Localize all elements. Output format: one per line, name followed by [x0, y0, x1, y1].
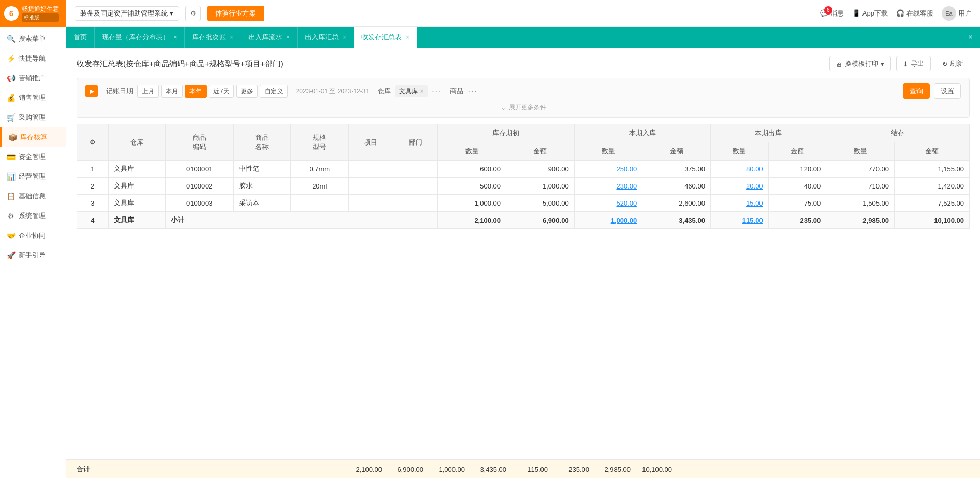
- row-code-0: 0100001: [165, 161, 233, 178]
- subtotal-out-qty[interactable]: 115.00: [710, 212, 768, 229]
- row-out-qty-1[interactable]: 20.00: [710, 178, 768, 195]
- row-name-2: 采访本: [233, 195, 290, 212]
- online-service-label: 在线客服: [906, 9, 933, 18]
- sidebar-item-search[interactable]: 🔍搜索菜单: [0, 29, 66, 49]
- subtotal-out-amt: 235.00: [768, 212, 826, 229]
- system-name: 装备及固定资产辅助管理系统: [80, 9, 168, 18]
- phone-icon: 📱: [852, 9, 860, 17]
- top-header: 装备及固定资产辅助管理系统 ▾ ⚙ 体验行业方案 💬 6 消息 📱 App下载 …: [66, 0, 980, 27]
- sidebar-item-quick-nav[interactable]: ⚡快捷导航: [0, 49, 66, 68]
- sidebar-item-inventory[interactable]: 📦库存核算: [0, 127, 66, 147]
- row-balance-qty-0: 770.00: [826, 161, 895, 178]
- warehouse-filter-dots[interactable]: ···: [432, 86, 442, 96]
- spec-col-header: 规格型号: [290, 124, 348, 161]
- settings-col-header[interactable]: ⚙: [77, 124, 109, 161]
- sidebar-item-enterprise[interactable]: 🤝企业协同: [0, 226, 66, 245]
- row-opening-qty-2: 1,000.00: [438, 195, 506, 212]
- goods-filter-dots[interactable]: ···: [467, 86, 477, 96]
- tab-inventory-dist[interactable]: 现存量（库存分布表）×: [95, 27, 185, 48]
- tab-close-in-out-flow[interactable]: ×: [286, 34, 290, 41]
- footer-total-row: 合计 2,100.00 6,900.00 1,000.00 3,435.00 1…: [66, 459, 980, 478]
- sidebar-label-marketing: 营销推广: [19, 74, 46, 83]
- sidebar-item-guide[interactable]: 🚀新手引导: [0, 245, 66, 265]
- project-col-header: 项目: [348, 124, 393, 161]
- row-opening-amt-1: 1,000.00: [506, 178, 574, 195]
- date-this-year-button[interactable]: 本年: [185, 85, 207, 98]
- printer-icon: 🖨: [836, 60, 843, 68]
- tab-close-in-out-summary[interactable]: ×: [343, 34, 346, 41]
- date-last-month-button[interactable]: 上月: [137, 85, 159, 98]
- quick-nav-icon: ⚡: [6, 54, 16, 63]
- row-out-qty-2[interactable]: 15.00: [710, 195, 768, 212]
- row-code-2: 0100003: [165, 195, 233, 212]
- row-in-amt-2: 2,600.00: [642, 195, 711, 212]
- sidebar-label-search: 搜索菜单: [19, 34, 46, 44]
- total-opening-qty: 2,100.00: [346, 466, 387, 473]
- subtotal-in-qty[interactable]: 1,000.00: [574, 212, 642, 229]
- row-in-qty-0[interactable]: 250.00: [574, 161, 642, 178]
- tab-close-receive-send[interactable]: ×: [406, 34, 409, 41]
- close-all-tabs-button[interactable]: ×: [961, 33, 980, 42]
- settings-button[interactable]: ⚙: [185, 6, 201, 21]
- warehouse-tag-close-icon[interactable]: ×: [420, 88, 423, 95]
- sidebar-item-basic-info[interactable]: 📋基础信息: [0, 186, 66, 206]
- tab-in-out-flow[interactable]: 出入库流水×: [241, 27, 298, 48]
- warehouse-filter-group: 仓库 文具库 × ···: [377, 85, 442, 97]
- date-range-display: 2023-01-01 至 2023-12-31: [296, 87, 369, 96]
- row-opening-qty-0: 600.00: [438, 161, 506, 178]
- sidebar-item-purchase[interactable]: 🛒采购管理: [0, 108, 66, 127]
- tab-close-batch[interactable]: ×: [230, 34, 233, 41]
- tab-label-inventory-dist: 现存量（库存分布表）: [102, 33, 169, 42]
- filter-settings-button[interactable]: 设置: [934, 83, 961, 99]
- sidebar-label-purchase: 采购管理: [19, 113, 46, 122]
- row-in-qty-1[interactable]: 230.00: [574, 178, 642, 195]
- subtotal-num: 4: [77, 212, 109, 229]
- sidebar-item-operations[interactable]: 📊经营管理: [0, 167, 66, 186]
- tab-label-receive-send: 收发存汇总表: [361, 33, 402, 42]
- messages-item[interactable]: 💬 6 消息: [820, 9, 844, 18]
- filter-expand-button[interactable]: ▶: [85, 85, 98, 97]
- online-service-item[interactable]: 🎧 在线客服: [896, 9, 933, 18]
- tab-home[interactable]: 首页: [66, 27, 95, 48]
- print-template-button[interactable]: 🖨 换模板打印 ▾: [829, 56, 891, 71]
- sidebar-item-marketing[interactable]: 📢营销推广: [0, 68, 66, 88]
- total-in-amt: 3,435.00: [470, 466, 511, 473]
- row-dept-2: [393, 195, 437, 212]
- warehouse-tag-text: 文具库: [399, 87, 418, 96]
- export-button[interactable]: ⬇ 导出: [896, 56, 931, 71]
- user-item[interactable]: Ea 用户: [942, 6, 972, 21]
- total-in-qty: 1,000.00: [429, 466, 470, 473]
- tab-batch[interactable]: 库存批次账×: [185, 27, 241, 48]
- chevron-down-icon: ▾: [881, 60, 884, 68]
- tab-close-inventory-dist[interactable]: ×: [173, 34, 177, 41]
- date-this-month-button[interactable]: 本月: [161, 85, 183, 98]
- row-in-qty-2[interactable]: 520.00: [574, 195, 642, 212]
- sidebar-label-system: 系统管理: [19, 211, 46, 221]
- refresh-button[interactable]: ↻ 刷新: [936, 56, 970, 71]
- sidebar-item-finance[interactable]: 💳资金管理: [0, 147, 66, 167]
- query-button[interactable]: 查询: [903, 83, 930, 99]
- row-project-1: [348, 178, 393, 195]
- app-download-item[interactable]: 📱 App下载: [852, 9, 888, 18]
- expand-more-row[interactable]: ⌄ 展开更多条件: [85, 103, 961, 112]
- sidebar-item-system[interactable]: ⚙系统管理: [0, 206, 66, 226]
- sidebar-item-sales[interactable]: 💰销售管理: [0, 88, 66, 108]
- row-balance-qty-2: 1,505.00: [826, 195, 895, 212]
- system-selector[interactable]: 装备及固定资产辅助管理系统 ▾: [75, 6, 179, 21]
- date-more-button[interactable]: 更多: [236, 85, 258, 98]
- row-out-qty-0[interactable]: 80.00: [710, 161, 768, 178]
- subtotal-opening-amt: 6,900.00: [506, 212, 574, 229]
- date-7days-button[interactable]: 近7天: [209, 85, 234, 98]
- try-industry-button[interactable]: 体验行业方案: [207, 6, 264, 21]
- sidebar-label-inventory: 库存核算: [20, 133, 47, 142]
- row-opening-qty-1: 500.00: [438, 178, 506, 195]
- app-download-label: App下载: [862, 9, 888, 18]
- date-custom-button[interactable]: 自定义: [260, 85, 288, 98]
- date-buttons: 上月 本月 本年 近7天 更多 自定义: [137, 85, 288, 98]
- warehouse-filter-tag[interactable]: 文具库 ×: [395, 85, 428, 97]
- tab-in-out-summary[interactable]: 出入库汇总×: [298, 27, 354, 48]
- tab-receive-send[interactable]: 收发存汇总表×: [354, 27, 417, 48]
- sidebar-label-quick-nav: 快捷导航: [19, 54, 46, 63]
- main-area: 装备及固定资产辅助管理系统 ▾ ⚙ 体验行业方案 💬 6 消息 📱 App下载 …: [66, 0, 980, 478]
- expand-more-label: 展开更多条件: [509, 103, 546, 112]
